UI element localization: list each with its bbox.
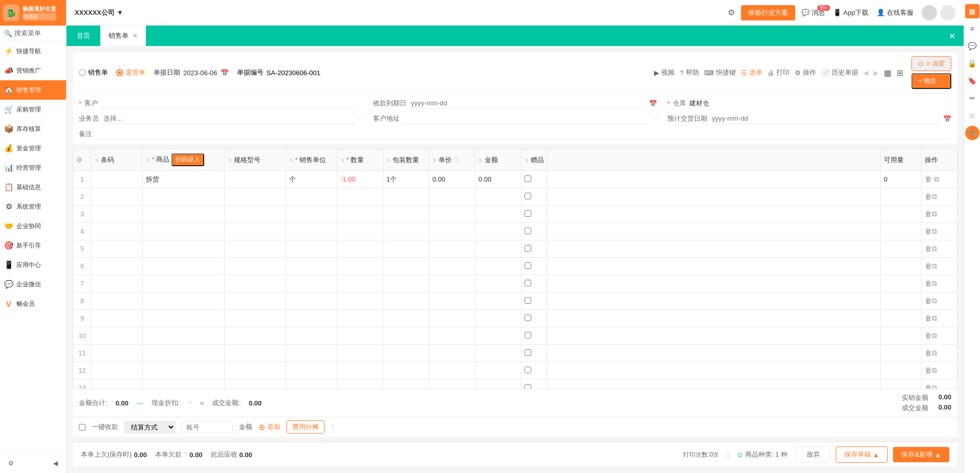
row-copy-icon[interactable]: ⧉ — [934, 175, 939, 183]
topbar-app-btn[interactable]: 📱 App下载 — [833, 8, 868, 17]
row-delete-icon[interactable]: 🗑 — [925, 227, 932, 235]
panel-lock-btn[interactable]: 🔒 — [965, 56, 979, 71]
tab-home[interactable]: 首页 — [67, 26, 100, 46]
table-config-gear-icon[interactable]: ⚙ — [76, 156, 82, 164]
tab-close-icon[interactable]: ✕ — [133, 32, 138, 39]
topbar-gear-icon[interactable]: ⚙ — [728, 8, 735, 17]
spec-sort-icon[interactable]: ⇅ — [228, 157, 232, 163]
row-delete-icon[interactable]: 🗑 — [925, 297, 932, 305]
sidebar-item-operations[interactable]: 📊 经营管理 — [0, 158, 66, 177]
row-copy-icon[interactable]: ⧉ — [932, 331, 937, 340]
salesperson-dots-icon[interactable]: ··· — [357, 115, 363, 123]
row-delete-icon[interactable]: 🗑 — [925, 175, 932, 183]
sidebar-item-purchase[interactable]: 🛒 采购管理 — [0, 100, 66, 119]
price-info-icon[interactable]: ⓘ — [453, 157, 459, 163]
radio-return[interactable]: 退货单 — [116, 68, 145, 77]
sidebar-item-finance[interactable]: 💰 资金管理 — [0, 139, 66, 158]
tab-sales-order[interactable]: 销售单 ✕ — [100, 26, 146, 46]
panel-edit-btn[interactable]: ✏ — [965, 91, 979, 105]
sidebar-item-sales[interactable]: 🏠 销售管理 — [0, 80, 66, 100]
sidebar-settings-icon[interactable]: ⚙ — [4, 458, 18, 469]
history-prev-icon[interactable]: ◀ — [863, 69, 868, 77]
row-unit[interactable]: 个 — [286, 171, 337, 188]
company-selector[interactable]: XXXXXX公司 ▼ — [75, 8, 722, 17]
row-copy-icon[interactable]: ⧉ — [932, 349, 937, 357]
sidebar-item-member[interactable]: V 畅会员 — [0, 294, 66, 313]
receive-date-calendar-icon[interactable]: 📅 — [649, 100, 657, 107]
one-click-payment-checkbox[interactable] — [79, 424, 85, 431]
sidebar-item-collab[interactable]: 🤝 企业协同 — [0, 216, 66, 236]
price-sort-icon[interactable]: ⇅ — [432, 157, 437, 163]
customer-dots-icon[interactable]: ··· — [357, 100, 363, 107]
sidebar-item-basic[interactable]: 📋 基础信息 — [0, 177, 66, 197]
gift-checkbox[interactable] — [525, 367, 531, 373]
row-delete-icon[interactable]: 🗑 — [925, 314, 932, 322]
gift-checkbox[interactable] — [525, 332, 531, 339]
gift-checkbox[interactable] — [525, 210, 531, 217]
panel-list-view-btn[interactable]: ≡ — [965, 21, 979, 36]
expected-delivery-calendar-icon[interactable]: 📅 — [943, 115, 951, 123]
action-video-btn[interactable]: ▶ 视频 — [654, 68, 674, 77]
user-avatar2[interactable] — [940, 5, 955, 20]
row-qty[interactable]: -1.00 — [337, 171, 383, 188]
view-grid-icon[interactable]: ▦ — [884, 68, 891, 78]
radio-sales[interactable]: 销售单 — [79, 68, 108, 77]
account-input[interactable] — [182, 421, 233, 433]
sidebar-item-wechat[interactable]: 💬 企业微信 — [0, 275, 66, 294]
row-copy-icon[interactable]: ⧉ — [932, 384, 937, 389]
product-type-info[interactable]: ⊙ 商品种类: 1 种 — [737, 450, 788, 459]
debt-info-icon[interactable]: ? — [184, 451, 187, 459]
row-barcode[interactable] — [92, 171, 143, 188]
row-copy-icon[interactable]: ⧉ — [932, 366, 937, 374]
row-delete-icon[interactable]: 🗑 — [925, 244, 932, 253]
row-copy-icon[interactable]: ⧉ — [932, 210, 937, 218]
topbar-message-btn[interactable]: 💬 消息 99+ — [801, 8, 825, 17]
close-all-tabs-btn[interactable]: ✕ — [949, 31, 964, 41]
save-new-button[interactable]: 保存&新增 ▲ — [893, 447, 949, 462]
row-copy-icon[interactable]: ⧉ — [932, 244, 937, 253]
panel-star-btn[interactable]: ☆ — [965, 108, 979, 123]
row-pkg-qty[interactable]: 1个 — [383, 171, 429, 188]
date-calendar-icon[interactable]: 📅 — [221, 69, 229, 77]
gift-checkbox[interactable] — [525, 228, 531, 234]
customer-addr-dots-icon[interactable]: ··· — [651, 115, 657, 123]
gift-checkbox[interactable] — [525, 349, 531, 356]
row-price[interactable]: 0.00 — [429, 171, 475, 188]
panel-table-view-btn[interactable]: ▦ — [965, 4, 979, 18]
warehouse-dots-icon[interactable]: ··· — [946, 100, 951, 107]
payment-method-select[interactable]: 结算方式 — [124, 421, 176, 434]
pkg-sort-icon[interactable]: ⇅ — [386, 157, 390, 163]
action-print-btn[interactable]: 🖨 打印 — [768, 68, 790, 77]
fee-help-icon[interactable]: ? — [331, 423, 334, 431]
action-help-btn[interactable]: ? 帮助 — [680, 68, 699, 77]
trial-button[interactable]: 体验行业方案 — [741, 5, 795, 20]
history-next-icon[interactable]: ▶ — [874, 69, 879, 77]
discount-info-icon[interactable]: ? — [188, 399, 192, 407]
row-delete-icon[interactable]: 🗑 — [925, 366, 932, 374]
row-copy-icon[interactable]: ⧉ — [932, 297, 937, 305]
unit-sort-icon[interactable]: ⇅ — [289, 157, 293, 163]
salesperson-input[interactable] — [102, 113, 354, 124]
row-delete-icon[interactable]: 🗑 — [925, 262, 932, 270]
row-copy-icon[interactable]: ⧉ — [932, 314, 937, 322]
customer-input[interactable] — [101, 98, 354, 109]
sidebar-item-system[interactable]: ⚙ 系统管理 — [0, 197, 66, 216]
row-copy-icon[interactable]: ⧉ — [932, 262, 937, 270]
gift-checkbox[interactable] — [525, 297, 531, 304]
sidebar-item-shortcuts[interactable]: ⚡ 快捷导航 — [0, 41, 66, 61]
gift-checkbox[interactable] — [525, 384, 531, 389]
gift-checkbox[interactable] — [525, 262, 531, 269]
row-delete-icon[interactable]: 🗑 — [925, 384, 932, 389]
sidebar-collapse-icon[interactable]: ◀ — [49, 458, 62, 469]
row-copy-icon[interactable]: ⧉ — [932, 279, 937, 287]
receive-date-input[interactable] — [409, 98, 646, 109]
save-draft-button[interactable]: 保存草稿 ▲ — [836, 446, 888, 463]
row-product[interactable]: 拆货 — [143, 171, 225, 188]
row-delete-icon[interactable]: 🗑 — [925, 279, 932, 287]
row-copy-icon[interactable]: ⧉ — [932, 227, 937, 235]
row-delete-icon[interactable]: 🗑 — [925, 331, 932, 340]
sidebar-item-appstore[interactable]: 📱 应用中心 — [0, 255, 66, 275]
row-spec[interactable] — [225, 171, 286, 188]
gift-checkbox[interactable] — [525, 280, 531, 286]
row-gift[interactable] — [521, 171, 548, 188]
